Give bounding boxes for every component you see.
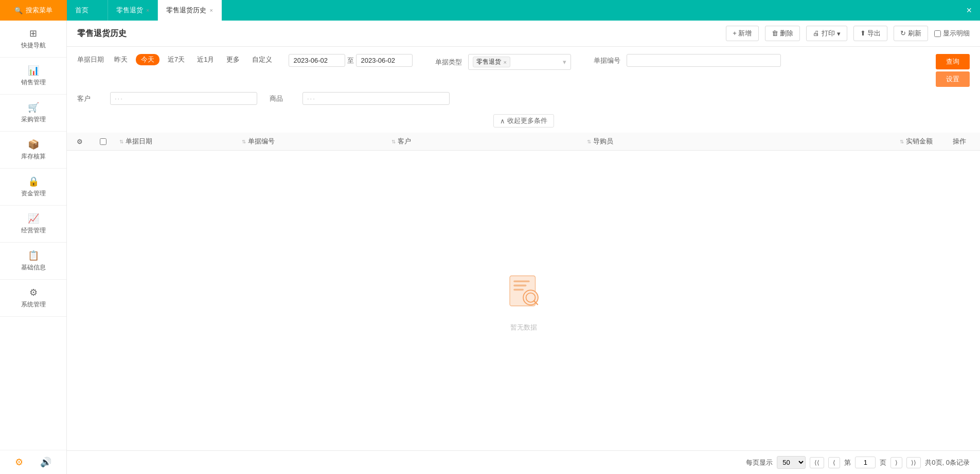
doc-type-tag: 零售退货 × [473,57,510,67]
th-date[interactable]: ⇅ 单据日期 [113,137,236,146]
customer-dots: ··· [115,95,123,102]
delete-btn-label: 🗑 删除 [772,29,794,38]
sidebar-item-purchase-label: 采购管理 [21,115,46,124]
date-separator: 至 [347,56,354,65]
page-prev-btn[interactable]: ⟨ [828,457,840,468]
settings-btn[interactable]: 设置 [936,71,970,87]
page-last-btn[interactable]: ⟩⟩ [906,457,921,468]
tab-home[interactable]: 首页 [67,0,108,21]
new-btn[interactable]: + 新增 [726,26,758,41]
per-page-label: 每页显示 [746,458,773,467]
sidebar-item-system-mgmt[interactable]: ⚙ 系统管理 [0,280,66,317]
date-btn-today[interactable]: 今天 [136,54,159,65]
query-btn[interactable]: 查询 [936,54,970,69]
customer-input[interactable]: ··· [110,92,257,105]
goods-input[interactable]: ··· [302,92,450,105]
page-first-btn[interactable]: ⟨⟨ [810,457,824,468]
sort-icon-customer-up: ⇅ [391,139,396,144]
header-actions: + 新增 🗑 删除 🖨 打印 ▾ ⬆ 导出 ↻ 刷新 显示明细 [726,26,970,41]
page-label: 第 [844,458,851,467]
search-menu-btn[interactable]: 🔍 搜索菜单 [0,0,67,21]
table-area: ⚙ ⇅ 单据日期 ⇅ 单据编号 ⇅ 客户 ⇅ [67,133,980,450]
tab-retail-return-history-close[interactable]: × [209,7,212,13]
page-title: 零售退货历史 [77,28,127,39]
sidebar-item-finance-label: 资金管理 [21,189,46,198]
page-number-input[interactable]: 1 [855,457,876,468]
finance-icon: 🔒 [28,176,39,187]
select-all-checkbox[interactable] [100,138,106,145]
goods-label: 商品 [270,94,298,103]
sidebar-bottom: ⚙ 🔊 [0,450,66,474]
th-ops: 操作 [939,137,980,146]
doc-type-tag-close[interactable]: × [503,59,506,65]
doc-type-select[interactable]: 零售退货 × ▾ [468,54,571,70]
filter-inner: 单据日期 昨天 今天 近7天 近1月 更多 自定义 2023-06-02 [67,47,980,105]
sidebar-item-inventory[interactable]: 📦 库存核算 [0,132,66,169]
sidebar-item-finance[interactable]: 🔒 资金管理 [0,169,66,206]
th-ops-label: 操作 [953,137,966,146]
th-date-label: 单据日期 [126,137,152,146]
sidebar-item-quick-nav-label: 快捷导航 [21,41,46,50]
sidebar-item-sales-label: 销售管理 [21,78,46,87]
sidebar-item-sales-mgmt[interactable]: 📊 销售管理 [0,58,66,95]
date-to-input[interactable]: 2023-06-02 [356,54,413,67]
collapse-icon: ∧ [500,117,505,125]
content-area: 零售退货历史 + 新增 🗑 删除 🖨 打印 ▾ ⬆ 导出 ↻ 刷新 [67,21,980,474]
page-next-btn[interactable]: ⟩ [890,457,902,468]
th-settings[interactable]: ⚙ [67,138,93,145]
tab-retail-return[interactable]: 零售退货 × [108,0,158,21]
sidebar-item-basic-info[interactable]: 📋 基础信息 [0,243,66,280]
sidebar-item-operations[interactable]: 📈 经营管理 [0,206,66,243]
export-btn-label: ⬆ 导出 [860,29,881,38]
collapse-btn[interactable]: ∧ 收起更多条件 [493,114,554,127]
print-btn[interactable]: 🖨 打印 ▾ [806,26,847,41]
search-icon: 🔍 [14,7,23,14]
sort-icon-amount-up: ⇅ [900,139,904,144]
date-btn-7days[interactable]: 近7天 [164,54,189,65]
date-btn-1month[interactable]: 近1月 [193,54,218,65]
settings-bottom-icon[interactable]: ⚙ [15,457,23,468]
new-btn-label: + 新增 [733,29,752,38]
th-guide[interactable]: ⇅ 导购员 [581,137,730,146]
per-page-select[interactable]: 50 100 200 [777,456,806,469]
th-amount[interactable]: ⇅ 实销金额 [835,137,939,146]
th-customer[interactable]: ⇅ 客户 [385,137,581,146]
sort-icon-no-up: ⇅ [242,139,246,144]
tab-home-label: 首页 [75,6,88,15]
show-detail-label[interactable]: 显示明细 [934,29,970,38]
print-dropdown-icon[interactable]: ▾ [837,30,841,38]
th-no-label: 单据编号 [248,137,275,146]
date-from-input[interactable]: 2023-06-02 [289,54,345,67]
th-guide-label: 导购员 [593,137,613,146]
inventory-icon: 📦 [28,139,39,150]
show-detail-checkbox[interactable] [934,30,941,37]
delete-btn[interactable]: 🗑 删除 [765,26,800,41]
sidebar-item-quick-nav[interactable]: ⊞ 快捷导航 [0,21,66,58]
date-btn-yesterday[interactable]: 昨天 [110,54,132,65]
goods-dots: ··· [307,95,316,102]
column-settings-icon[interactable]: ⚙ [77,138,83,145]
sidebar-item-purchase-mgmt[interactable]: 🛒 采购管理 [0,95,66,132]
tab-bar: 首页 零售退货 × 零售退货历史 × [67,0,966,21]
doc-no-input[interactable] [627,54,781,67]
date-btn-custom[interactable]: 自定义 [248,54,276,65]
th-checkbox[interactable] [93,138,113,145]
basic-info-icon: 📋 [28,250,39,261]
volume-icon[interactable]: 🔊 [40,457,51,468]
window-close-btn[interactable]: × [966,5,972,16]
show-detail-text: 显示明细 [943,29,970,38]
date-label: 单据日期 [77,55,106,64]
svg-rect-3 [513,289,524,291]
sidebar-item-basic-info-label: 基础信息 [21,263,46,272]
top-bar: 🔍 搜索菜单 首页 零售退货 × 零售退货历史 × × [0,0,980,21]
date-btn-more[interactable]: 更多 [222,54,244,65]
doc-type-dropdown-icon: ▾ [563,58,566,66]
export-btn[interactable]: ⬆ 导出 [853,26,888,41]
print-btn-label: 🖨 打印 [813,29,835,38]
refresh-btn[interactable]: ↻ 刷新 [894,26,928,41]
th-no[interactable]: ⇅ 单据编号 [236,137,385,146]
tab-retail-return-close[interactable]: × [146,7,149,13]
query-settings-group: 查询 设置 [936,54,970,87]
tab-retail-return-history[interactable]: 零售退货历史 × [158,0,221,21]
page-header: 零售退货历史 + 新增 🗑 删除 🖨 打印 ▾ ⬆ 导出 ↻ 刷新 [67,21,980,47]
